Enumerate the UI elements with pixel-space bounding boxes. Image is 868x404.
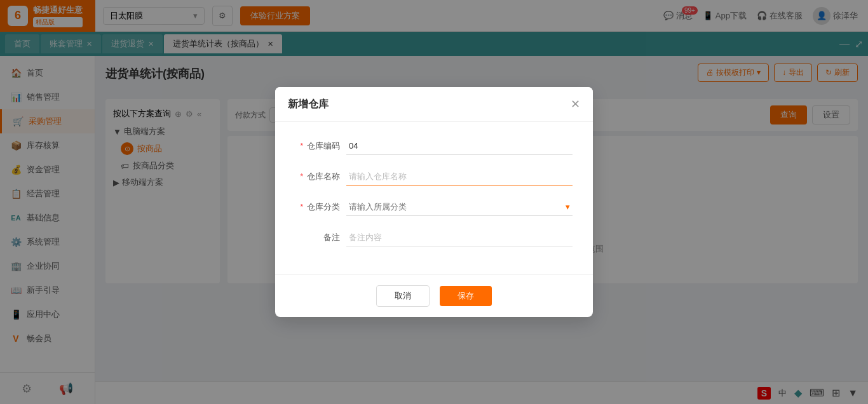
code-input[interactable] <box>346 137 573 155</box>
required-icon-name: * <box>300 172 303 181</box>
dialog-title: 新增仓库 <box>288 98 329 111</box>
category-select[interactable]: ▾ <box>346 198 573 216</box>
cancel-button[interactable]: 取消 <box>376 285 430 307</box>
modal-overlay[interactable]: 新增仓库 ✕ * 仓库编码 * 仓库名称 <box>0 0 868 404</box>
dialog-footer: 取消 保存 <box>275 274 593 317</box>
note-label: 备注 <box>295 232 346 243</box>
form-row-name: * 仓库名称 <box>295 168 573 185</box>
form-row-note: 备注 <box>295 229 573 246</box>
new-warehouse-dialog: 新增仓库 ✕ * 仓库编码 * 仓库名称 <box>275 87 593 317</box>
form-row-code: * 仓库编码 <box>295 137 573 155</box>
note-input[interactable] <box>346 229 573 246</box>
form-row-category: * 仓库分类 ▾ <box>295 198 573 216</box>
category-chevron-icon: ▾ <box>566 202 570 212</box>
code-label: * 仓库编码 <box>295 140 346 152</box>
required-icon-category: * <box>300 202 303 212</box>
name-label: * 仓库名称 <box>295 171 346 182</box>
dialog-close-icon[interactable]: ✕ <box>571 97 580 111</box>
dialog-body: * 仓库编码 * 仓库名称 * 仓库分类 <box>275 122 593 274</box>
dialog-header: 新增仓库 ✕ <box>275 87 593 122</box>
category-label: * 仓库分类 <box>295 201 346 213</box>
save-button[interactable]: 保存 <box>440 286 492 306</box>
category-input[interactable] <box>349 202 566 212</box>
required-icon-code: * <box>300 141 303 151</box>
name-input[interactable] <box>346 168 573 185</box>
